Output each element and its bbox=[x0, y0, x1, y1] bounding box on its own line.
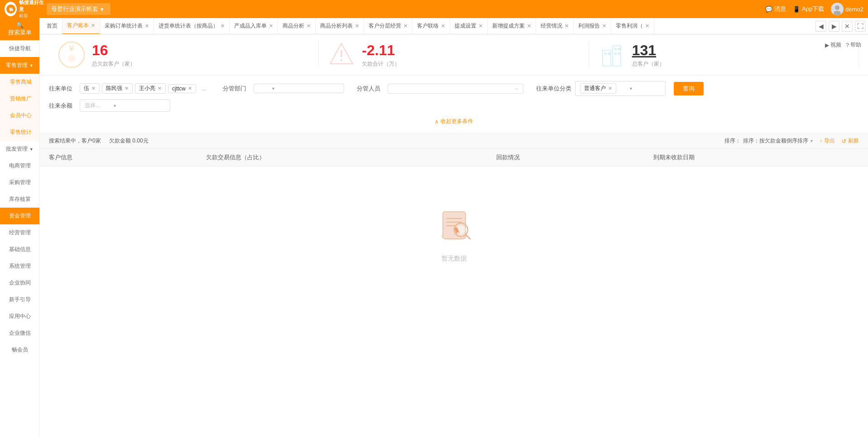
category-tag[interactable]: 普通客户 ✕ bbox=[580, 83, 616, 94]
close-icon[interactable]: ✕ bbox=[221, 23, 225, 29]
remove-category-icon[interactable]: ✕ bbox=[608, 86, 612, 91]
filter-tag-chen[interactable]: 陈民强 ✕ bbox=[102, 83, 133, 94]
tab-customer-ledger[interactable]: 客户账本 ✕ bbox=[62, 18, 100, 34]
workspace-selector[interactable]: 母婴行业演示帐套 ▾ bbox=[47, 3, 110, 15]
tab-inbound-stats[interactable]: 进货单统计表（按商品） ✕ bbox=[154, 18, 230, 34]
close-icon[interactable]: ✕ bbox=[355, 23, 359, 29]
tab-new-commission[interactable]: 新增提成方案 ✕ bbox=[488, 18, 536, 34]
sidebar-item-system-mgmt[interactable]: 系统管理 bbox=[0, 258, 39, 275]
close-icon[interactable]: ✕ bbox=[527, 23, 531, 29]
sidebar-item-member-center[interactable]: 会员中心 bbox=[0, 107, 39, 124]
tab-product-analysis[interactable]: 商品分析 ✕ bbox=[278, 18, 316, 34]
close-icon[interactable]: ✕ bbox=[91, 23, 95, 28]
remove-tag-icon[interactable]: ✕ bbox=[125, 86, 129, 91]
chevron-down-icon: ▾ bbox=[114, 103, 116, 108]
sidebar-item-retail-mall[interactable]: 零售商城 bbox=[0, 74, 39, 90]
close-icon[interactable]: ✕ bbox=[565, 23, 569, 29]
dept-dropdown[interactable]: ▾ bbox=[254, 84, 344, 93]
sidebar-item-finance[interactable]: 资金管理 bbox=[0, 208, 39, 224]
overdue-amount-label: 欠款合计（万） bbox=[362, 60, 400, 68]
amount-icon bbox=[328, 41, 355, 68]
sidebar-item-operations[interactable]: 经营管理 bbox=[0, 224, 39, 241]
expand-icon: ▼ bbox=[29, 63, 34, 68]
sidebar-item-basic-info[interactable]: 基础信息 bbox=[0, 241, 39, 258]
tab-customer-contact[interactable]: 客户联络 ✕ bbox=[412, 18, 450, 34]
user-area[interactable]: demo2 bbox=[831, 3, 863, 15]
tab-product-analysis-list[interactable]: 商品分析列表 ✕ bbox=[316, 18, 364, 34]
tab-maximize-button[interactable]: ⛶ bbox=[855, 21, 866, 32]
sidebar-item-wechat[interactable]: 企业微信 bbox=[0, 325, 39, 342]
tab-label: 商品分析 bbox=[283, 22, 304, 30]
sidebar-item-retail-mgmt[interactable]: 零售管理 ▼ bbox=[0, 57, 39, 74]
close-icon[interactable]: ✕ bbox=[602, 23, 606, 29]
sidebar-item-quick-nav[interactable]: 快捷导航 bbox=[0, 40, 39, 57]
tab-commission-settings[interactable]: 提成设置 ✕ bbox=[450, 18, 488, 34]
close-icon[interactable]: ✕ bbox=[145, 23, 149, 29]
tab-retail-profit[interactable]: 零售利润（ ✕ bbox=[611, 18, 654, 34]
sidebar-item-retail-stats[interactable]: 零售统计 bbox=[0, 124, 39, 141]
logo-text: 畅捷通好生意 bbox=[19, 0, 44, 13]
results-right: 排序： 排序：按欠款金额倒序排序 ▾ ↑ 导出 ↺ 刷新 bbox=[724, 137, 859, 145]
export-button[interactable]: ↑ 导出 bbox=[820, 137, 835, 145]
app-container: 畅 畅捷通好生意 标版 母婴行业演示帐套 ▾ 💬 消息 📱 App下载 bbox=[0, 0, 868, 437]
tab-prev-button[interactable]: ◀ bbox=[815, 21, 826, 32]
remove-tag-icon[interactable]: ✕ bbox=[91, 86, 96, 91]
tab-home[interactable]: 首页 bbox=[42, 18, 62, 34]
close-icon[interactable]: ✕ bbox=[645, 23, 649, 29]
collapse-label: 收起更多条件 bbox=[441, 118, 473, 125]
sidebar-item-wholesale-mgmt[interactable]: 批发管理 ▼ bbox=[0, 141, 39, 157]
search-menu-button[interactable]: 🔍 搜索菜单 bbox=[0, 18, 39, 40]
tab-product-inbound[interactable]: 产成品入库单 ✕ bbox=[230, 18, 278, 34]
sidebar-item-marketing[interactable]: 营销推广 bbox=[0, 90, 39, 107]
remove-tag-icon[interactable]: ✕ bbox=[158, 86, 162, 91]
sort-button[interactable]: 排序： 排序：按欠款金额倒序排序 ▾ bbox=[724, 137, 813, 145]
filter-tag-wu[interactable]: 伍 ✕ bbox=[80, 83, 100, 94]
close-icon[interactable]: ✕ bbox=[269, 23, 273, 29]
tab-bar: 首页 客户账本 ✕ 采购订单统计表 ✕ 进货单统计表（按商品） ✕ 产成品入库单… bbox=[40, 18, 868, 34]
svg-point-3 bbox=[835, 5, 839, 10]
refresh-button[interactable]: ↺ 刷新 bbox=[842, 137, 859, 145]
tab-operations[interactable]: 经营情况 ✕ bbox=[536, 18, 574, 34]
help-button[interactable]: ? 帮助 bbox=[846, 41, 861, 49]
sidebar-item-label: 营销推广 bbox=[10, 95, 32, 102]
sidebar-item-ecommerce[interactable]: 电商管理 bbox=[0, 157, 39, 174]
sidebar-item-beginner[interactable]: 新手引导 bbox=[0, 291, 39, 308]
filter-tag-wang[interactable]: 王小亮 ✕ bbox=[135, 83, 166, 94]
filter-tag-cjttcw[interactable]: cjttcw ✕ bbox=[168, 84, 196, 93]
close-icon[interactable]: ✕ bbox=[403, 23, 408, 29]
stat-values-overdue: 16 总欠款客户（家） bbox=[92, 42, 135, 68]
results-bar: 搜索结果中，客户0家 欠款金额 0.00元 排序： 排序：按欠款金额倒序排序 ▾… bbox=[40, 133, 868, 149]
sidebar-item-app-center[interactable]: 应用中心 bbox=[0, 308, 39, 325]
query-button[interactable]: 查询 bbox=[674, 82, 704, 95]
sidebar-item-enterprise-collab[interactable]: 企业协同 bbox=[0, 275, 39, 291]
sidebar-item-purchase[interactable]: 采购管理 bbox=[0, 174, 39, 191]
tab-next-button[interactable]: ▶ bbox=[829, 21, 839, 32]
video-button[interactable]: ▶ 视频 bbox=[825, 41, 841, 49]
close-icon[interactable]: ✕ bbox=[441, 23, 445, 29]
remove-tag-icon[interactable]: ✕ bbox=[188, 86, 192, 91]
tag-label: 陈民强 bbox=[106, 85, 122, 92]
tab-purchase-order-stats[interactable]: 采购订单统计表 ✕ bbox=[100, 18, 154, 34]
stat-actions: ▶ 视频 ? 帮助 bbox=[825, 41, 861, 49]
tab-controls: ◀ ▶ ✕ ⛶ bbox=[815, 21, 866, 32]
tab-close-all-button[interactable]: ✕ bbox=[842, 21, 853, 32]
collapse-button[interactable]: ∧ 收起更多条件 bbox=[435, 118, 473, 125]
balance-dropdown[interactable]: 选择... ▾ bbox=[80, 100, 170, 112]
message-button[interactable]: 💬 消息 bbox=[765, 5, 786, 13]
tab-profit-report[interactable]: 利润报告 ✕ bbox=[574, 18, 611, 34]
svg-point-10 bbox=[340, 59, 342, 61]
tab-customer-tier[interactable]: 客户分层经营 ✕ bbox=[364, 18, 412, 34]
more-label: ... bbox=[202, 86, 206, 92]
data-table: 客户信息 欠款交易信息（占比） 回款情况 到期未收款日期 bbox=[40, 149, 868, 299]
sidebar-item-member[interactable]: 畅会员 bbox=[0, 342, 39, 358]
sidebar-item-label: 零售统计 bbox=[10, 129, 32, 135]
app-download-button[interactable]: 📱 App下载 bbox=[793, 5, 824, 13]
filter-tag-more[interactable]: ... bbox=[198, 85, 210, 93]
close-icon[interactable]: ✕ bbox=[307, 23, 311, 29]
category-dropdown[interactable]: 普通客户 ✕ ▾ bbox=[575, 81, 666, 96]
close-icon[interactable]: ✕ bbox=[479, 23, 483, 29]
filter-collapse-row: ∧ 收起更多条件 bbox=[49, 115, 859, 128]
tag-label: 伍 bbox=[84, 85, 89, 92]
sidebar-item-inventory[interactable]: 库存核算 bbox=[0, 191, 39, 208]
person-dropdown[interactable]: ··· bbox=[388, 84, 523, 94]
